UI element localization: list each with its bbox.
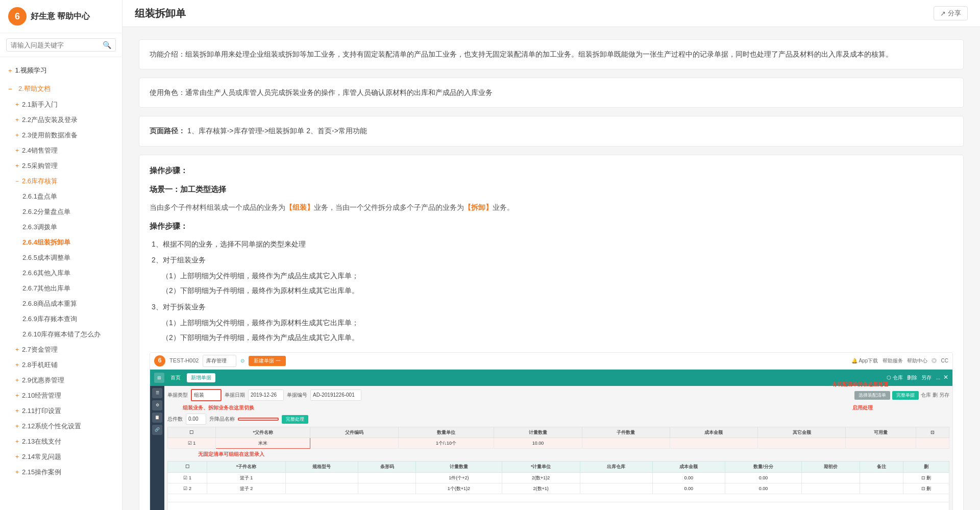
step3-sub1: （1）上部明细为父件明细，最终作为原材料生成其它出库单；: [162, 317, 953, 329]
sidebar-item-2-6-7-label: 2.6.7其他出库单: [22, 284, 70, 293]
sim-type-value[interactable]: 组装: [191, 389, 222, 401]
sidebar-item-2-8[interactable]: + 2.8手机旺铺: [0, 357, 122, 373]
sim-no-label: 单据编号: [287, 391, 307, 400]
sim-new-btn[interactable]: 新建单据 一: [249, 356, 286, 366]
sidebar-item-2-6-2[interactable]: 2.6.2分量盘点单: [0, 204, 122, 220]
sidebar-item-2-1[interactable]: + 2.1新手入门: [0, 97, 122, 112]
sim-save-btn[interactable]: 完整单据: [892, 391, 919, 400]
sim-action-icons: 仓库 删 另存: [921, 391, 949, 400]
nav-list: + 1.视频学习 − 2.帮助文档 + 2.1新手入门 + 2.2产品安装及登录: [0, 57, 122, 510]
sidebar-item-video[interactable]: + 1.视频学习: [0, 62, 122, 79]
sidebar-item-2-6-9[interactable]: 2.6.9库存账本查询: [0, 311, 122, 327]
sidebar-item-2-6-5[interactable]: 2.6.5成本调整单: [0, 250, 122, 265]
plus-icon-small: +: [15, 116, 19, 124]
sim-td-count: 10.00: [494, 438, 582, 449]
sidebar-item-2-6-3-label: 2.6.3调拨单: [22, 223, 57, 232]
share-button[interactable]: ↗ 分享: [934, 6, 968, 20]
sidebar-item-2-6-4[interactable]: 2.6.4组装拆卸单: [0, 235, 122, 250]
sim-no-value[interactable]: AD-20191226-001: [310, 390, 361, 401]
sim-left-panel: ☰ ⚙ 📋 🔗: [150, 386, 164, 510]
sidebar-item-2-6[interactable]: − 2.6库存核算: [0, 174, 122, 189]
sidebar-item-2-6-6[interactable]: 2.6.6其他入库单: [0, 265, 122, 281]
main-panel: 组装拆卸单 ↗ 分享 功能介绍：组装拆卸单用来处理企业组装或拆卸等加工业务，支持…: [122, 0, 980, 510]
minus-icon: −: [8, 85, 15, 93]
sim-top-icons: 🔔 App下载 帮助服务 帮助中心 ◎ CC: [851, 356, 948, 366]
plus-icon-small: +: [15, 453, 19, 460]
sidebar-item-2-1-label: 2.1新手入门: [22, 100, 58, 109]
sidebar-item-2-5[interactable]: + 2.5采购管理: [0, 158, 122, 174]
sim-td-unit: 1个/↓10个: [398, 438, 494, 449]
sidebar-item-2-2[interactable]: + 2.2产品安装及登录: [0, 112, 122, 128]
sim-parent-table: ☐ *父件名称 父件编码 数量单位 计量数量 子件数量 成本金额 其它金额 可用: [167, 427, 949, 449]
sidebar-item-2-6-3[interactable]: 2.6.3调拨单: [0, 220, 122, 235]
sidebar-item-2-6-4-label: 2.6.4组装拆卸单: [22, 238, 70, 247]
step2: 2、对于组装业务: [150, 254, 953, 266]
sidebar-item-2-12[interactable]: + 2.12系统个性化设置: [0, 419, 122, 434]
sim-sub-td-rm: [860, 472, 903, 483]
search-input[interactable]: [11, 41, 103, 49]
sidebar-item-2-3[interactable]: + 2.3使用前数据准备: [0, 128, 122, 143]
sidebar-item-2-13[interactable]: + 2.13在线支付: [0, 434, 122, 449]
sim-apply-btn[interactable]: 完整处理: [282, 415, 308, 424]
sim-sub-td-del-2: ⊡ 删: [903, 483, 949, 494]
sim-sub-th-remark: 备注: [860, 462, 903, 472]
sidebar-item-2-6-2-label: 2.6.2分量盘点单: [22, 207, 70, 216]
sim-main-body: 单据类型 组装 单据日期 2019-12-26 单据编号 AD-20191226…: [164, 386, 952, 510]
path-label: 页面路径：: [150, 127, 185, 135]
sim-warehouse-value[interactable]: [238, 418, 279, 421]
sidebar-item-docs[interactable]: − 2.帮助文档: [0, 81, 122, 97]
plus-icon-small: +: [15, 438, 19, 445]
sidebar-item-2-6-8[interactable]: 2.6.8商品成本重算: [0, 296, 122, 311]
table-row: ☑ 1 米米 1个/↓10个 10.00: [168, 438, 949, 449]
nav-section-video: + 1.视频学习: [0, 61, 122, 80]
search-box[interactable]: 🔍: [6, 38, 116, 52]
sim-sub-td-sub-2: 0.00: [725, 483, 801, 494]
search-icon: 🔍: [103, 41, 111, 49]
share-icon: ↗: [940, 10, 946, 17]
sim-panel-icon-2: ⚙: [152, 400, 162, 410]
sim-qty-value[interactable]: 0.00: [186, 414, 206, 425]
role-card: 使用角色：通常由生产人员或库管人员完成拆装业务的操作，库管人员确认原材料的出库和…: [139, 78, 964, 108]
sidebar-item-2-9[interactable]: + 2.9优惠券管理: [0, 373, 122, 388]
sidebar-item-2-6-7[interactable]: 2.6.7其他出库单: [0, 281, 122, 296]
sim-th-parent-code: 父件编码: [310, 427, 398, 438]
sim-sub-td-count: 1件(个+2): [416, 472, 502, 483]
sim-th-cost: 成本金额: [670, 427, 757, 438]
sidebar-item-2-4[interactable]: + 2.4销售管理: [0, 143, 122, 158]
sidebar-item-docs-label: 2.帮助文档: [18, 84, 51, 93]
path-value: 1、库存核算->库存管理->组装拆卸单 2、首页->常用功能: [187, 127, 367, 135]
plus-icon-small: +: [15, 407, 19, 415]
minus-icon-small: −: [15, 178, 19, 185]
sim-td-cost: [670, 438, 757, 449]
sidebar-item-2-7-label: 2.7资金管理: [22, 345, 58, 354]
sidebar-item-2-6-10[interactable]: 2.6.10库存账本错了怎么办: [0, 327, 122, 342]
sidebar-item-2-7[interactable]: + 2.7资金管理: [0, 342, 122, 357]
plus-icon-small: +: [15, 392, 19, 399]
sim-sub-th-cost: 成本金额: [652, 462, 725, 472]
sidebar-item-2-14[interactable]: + 2.14常见问题: [0, 449, 122, 465]
annotation-2-text: 组装业务、拆卸业务在这里切换: [183, 403, 254, 412]
plus-icon-small: +: [15, 147, 19, 154]
sidebar-item-2-2-label: 2.2产品安装及登录: [22, 115, 78, 125]
sidebar-item-2-6-5-label: 2.6.5成本调整单: [22, 253, 70, 262]
sim-sub-th-name: *子件名称: [207, 462, 285, 472]
sim-cancel-btn[interactable]: 选择装配清单: [854, 391, 890, 400]
sim-th-child-qty: 子件数量: [582, 427, 670, 438]
sim-tab-home[interactable]: 首页: [166, 373, 185, 382]
sidebar-item-2-10[interactable]: + 2.10经营管理: [0, 388, 122, 403]
sidebar-item-2-15[interactable]: + 2.15操作案例: [0, 465, 122, 480]
sim-tab-new[interactable]: 新增单据: [187, 373, 215, 382]
sidebar-item-2-6-1-label: 2.6.1盘点单: [22, 192, 57, 201]
sim-qty-label: 总件数: [167, 415, 183, 424]
sim-sub-td-cost: 0.00: [652, 472, 725, 483]
plus-icon-small: +: [15, 346, 19, 353]
sidebar-item-2-6-1[interactable]: 2.6.1盘点单: [0, 189, 122, 204]
sidebar-item-2-9-label: 2.9优惠券管理: [22, 376, 64, 385]
steps-card: 操作步骤： 场景一：加工类型选择 当由多个子件材料组装成一个成品的业务为【组装】…: [139, 155, 964, 510]
intro-text: 功能介绍：组装拆卸单用来处理企业组装或拆卸等加工业务，支持有固定装配清单的产品加…: [150, 48, 953, 61]
sidebar-item-2-11[interactable]: + 2.11打印设置: [0, 403, 122, 419]
sim-panel-icon-4: 🔗: [152, 425, 162, 435]
sidebar-item-2-4-label: 2.4销售管理: [22, 146, 58, 155]
sim-date-value[interactable]: 2019-12-26: [248, 390, 284, 401]
sim-close-icon[interactable]: ✕: [943, 372, 948, 383]
